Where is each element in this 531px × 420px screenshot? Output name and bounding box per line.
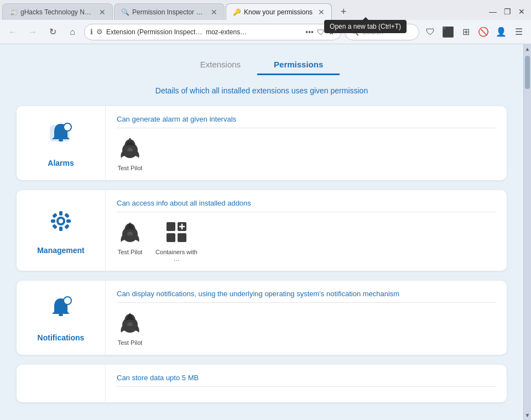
tab-permissions[interactable]: Permissions	[257, 55, 340, 75]
svg-rect-27	[59, 314, 63, 316]
alarms-extensions: Test Pilot	[117, 135, 496, 171]
tab-permission-inspector[interactable]: 🔍 Permission Inspector – Get thi… ✕	[114, 3, 225, 20]
scroll-up-button[interactable]: ▲	[524, 44, 531, 54]
permission-card-management: Management Can access info about all ins…	[17, 190, 507, 271]
card-left-notifications: Notifications	[17, 281, 105, 355]
address-bar[interactable]: ℹ ⚙ Extension (Permission Inspector) moz…	[84, 24, 341, 40]
refresh-button[interactable]: ↻	[44, 24, 61, 40]
storage-description: Can store data upto 5 MB	[117, 374, 496, 387]
extension-item-testpilot-notif[interactable]: Test Pilot	[117, 309, 143, 346]
close-button[interactable]: ✕	[517, 7, 527, 17]
notifications-label: Notifications	[38, 333, 85, 342]
scroll-down-button[interactable]: ▼	[524, 411, 531, 420]
scrollbar[interactable]: ▲ ▼	[523, 44, 531, 420]
testpilot-name-notif: Test Pilot	[118, 339, 143, 346]
back-button[interactable]: ←	[4, 24, 21, 40]
toolbar-puzzle-icon[interactable]: ⬛	[440, 24, 456, 40]
tab-favicon-kp: 🔑	[233, 8, 241, 16]
tab-favicon-ghacks: 📰	[9, 8, 17, 16]
toolbar-person-icon[interactable]: 👤	[493, 24, 509, 40]
new-tab-tooltip: Open a new tab (Ctrl+T)	[324, 20, 407, 33]
title-bar: 📰 gHacks Technology News ✕ 🔍 Permission …	[0, 0, 531, 20]
permission-card-alarms: Alarms Can generate alarm at given inter…	[17, 106, 507, 180]
svg-rect-17	[64, 224, 70, 229]
svg-rect-21	[166, 222, 175, 231]
tab-bar: 📰 gHacks Technology News ✕ 🔍 Permission …	[0, 3, 483, 20]
scroll-track[interactable]	[524, 54, 531, 411]
lock-icon: ℹ	[90, 28, 93, 36]
svg-rect-12	[51, 219, 55, 223]
address-url: moz-extens…	[206, 28, 302, 36]
management-extensions: Test Pilot	[117, 219, 496, 262]
card-left-management: Management	[17, 190, 105, 271]
browser-frame: 📰 gHacks Technology News ✕ 🔍 Permission …	[0, 0, 531, 420]
home-button[interactable]: ⌂	[64, 24, 81, 40]
svg-point-3	[64, 124, 71, 130]
card-right-management: Can access info about all installed addo…	[105, 190, 507, 271]
more-icon[interactable]: •••	[305, 28, 314, 36]
svg-rect-15	[64, 213, 70, 218]
tab-label-kp: Know your permissions	[244, 8, 313, 16]
card-right-notifications: Can display notifications, using the und…	[105, 281, 507, 355]
svg-rect-13	[66, 219, 71, 223]
tab-close-ghacks[interactable]: ✕	[99, 8, 106, 17]
tab-extensions[interactable]: Extensions	[184, 55, 257, 75]
svg-rect-23	[166, 233, 175, 242]
extension-icon: ⚙	[96, 28, 103, 36]
toolbar-block-icon[interactable]: 🚫	[476, 24, 491, 40]
testpilot-icon-alarms	[117, 135, 143, 161]
svg-rect-1	[59, 139, 63, 141]
svg-point-29	[64, 297, 71, 304]
toolbar-icons: 🛡 ⬛ ⊞ 🚫 👤 ☰	[423, 24, 527, 40]
page-subtitle: Details of which all installed extension…	[17, 86, 507, 95]
page-content: Extensions Permissions Details of which …	[0, 44, 531, 420]
testpilot-name-alarms: Test Pilot	[118, 165, 143, 171]
alarms-label: Alarms	[48, 159, 74, 167]
restore-button[interactable]: ❐	[502, 7, 512, 17]
permission-card-storage: Can store data upto 5 MB	[17, 365, 507, 402]
card-right-alarms: Can generate alarm at given intervals	[105, 106, 507, 180]
new-tab-button[interactable]: + Open a new tab (Ctrl+T)	[335, 3, 352, 20]
toolbar-shield-icon[interactable]: 🛡	[423, 24, 438, 40]
svg-rect-24	[178, 233, 186, 242]
notifications-extensions: Test Pilot	[117, 309, 496, 346]
notifications-icon	[46, 294, 75, 328]
testpilot-name-mgmt: Test Pilot	[118, 249, 143, 255]
containers-icon	[163, 219, 190, 245]
tab-label-ghacks: gHacks Technology News	[20, 8, 93, 16]
tab-close-pi[interactable]: ✕	[211, 8, 217, 17]
toolbar-grid-icon[interactable]: ⊞	[458, 24, 473, 40]
window-controls: — ❐ ✕	[483, 3, 531, 20]
management-icon	[46, 207, 75, 240]
testpilot-icon-notif	[117, 309, 143, 336]
scroll-thumb[interactable]	[525, 56, 530, 89]
extension-item-containers[interactable]: Containers with …	[154, 219, 199, 262]
alarms-icon	[46, 119, 75, 153]
svg-rect-16	[52, 224, 58, 229]
tab-close-kp[interactable]: ✕	[318, 8, 325, 17]
page-tabs: Extensions Permissions	[17, 55, 507, 75]
tab-know-permissions[interactable]: 🔑 Know your permissions ✕	[226, 3, 332, 20]
nav-bar: ← → ↻ ⌂ ℹ ⚙ Extension (Permission Inspec…	[0, 20, 531, 44]
permission-card-notifications: Notifications Can display notifications,…	[17, 281, 507, 355]
containers-name: Containers with …	[154, 249, 199, 262]
page-scroll[interactable]: Extensions Permissions Details of which …	[0, 44, 523, 420]
alarms-description: Can generate alarm at given intervals	[117, 115, 496, 128]
svg-rect-10	[59, 211, 63, 216]
card-left-alarms: Alarms	[17, 106, 105, 180]
svg-point-9	[59, 219, 63, 223]
toolbar-menu-icon[interactable]: ☰	[511, 24, 527, 40]
forward-button[interactable]: →	[24, 24, 41, 40]
card-right-storage: Can store data upto 5 MB	[105, 365, 507, 402]
extension-item-testpilot-mgmt[interactable]: Test Pilot	[117, 219, 143, 262]
svg-rect-14	[52, 213, 58, 218]
shield-addr-icon[interactable]: 🛡	[317, 28, 325, 36]
notifications-description: Can display notifications, using the und…	[117, 290, 496, 303]
extension-item-testpilot-alarms[interactable]: Test Pilot	[117, 135, 143, 171]
minimize-button[interactable]: —	[488, 7, 498, 17]
address-extension-text: Extension (Permission Inspector)	[106, 28, 202, 36]
management-description: Can access info about all installed addo…	[117, 199, 496, 212]
tab-favicon-pi: 🔍	[121, 8, 129, 16]
tab-ghacks[interactable]: 📰 gHacks Technology News ✕	[2, 3, 113, 20]
card-left-storage	[17, 365, 105, 402]
